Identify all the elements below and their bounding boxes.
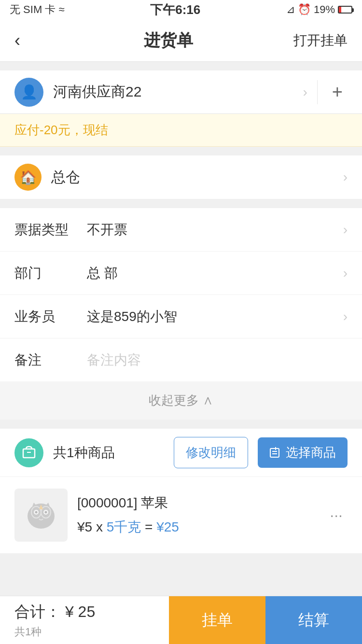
product-thumbnail [14, 489, 68, 542]
sales-person-row[interactable]: 业务员 这是859的小智 › [0, 294, 362, 338]
chevron-right-icon: › [343, 169, 348, 185]
cart-icon [21, 445, 37, 461]
product-section: 共1种商品 修改明细 选择商品 [0, 428, 362, 553]
battery-level: 19% [314, 3, 335, 16]
product-count: 共1种商品 [53, 444, 164, 462]
product-code: [0000001] [77, 495, 138, 510]
ticket-type-row[interactable]: 票据类型 不开票 › [0, 208, 362, 251]
modify-detail-button[interactable]: 修改明细 [174, 437, 248, 468]
location-icon: ⊿ [286, 3, 295, 16]
avatar-icon: 👤 [21, 84, 38, 100]
product-icon [14, 438, 43, 467]
warehouse-name: 总仓 [51, 168, 343, 187]
unit-price: ¥5 [77, 519, 92, 534]
status-bar: 无 SIM 卡 ≈ 下午6:16 ⊿ ⏰ 19% [0, 0, 362, 19]
product-name: [0000001] 苹果 [77, 494, 315, 512]
svg-rect-0 [23, 449, 35, 458]
collapse-button[interactable]: 收起更多 ∧ [0, 381, 362, 420]
remark-row[interactable]: 备注 备注内容 [0, 338, 362, 381]
department-row[interactable]: 部门 总 部 › [0, 251, 362, 294]
svg-rect-2 [270, 448, 279, 457]
sales-person-label: 业务员 [14, 308, 82, 326]
chevron-right-icon: › [343, 266, 348, 281]
checkout-button[interactable]: 结算 [265, 596, 362, 644]
quantity: 5千克 [107, 519, 141, 534]
warehouse-section: 🏠 总仓 › [0, 155, 362, 199]
status-time: 下午6:16 [150, 1, 200, 18]
supplier-section: 👤 河南供应商22 › + 应付-20元，现结 [0, 70, 362, 147]
supplier-avatar: 👤 [14, 78, 43, 107]
sales-person-value: 这是859的小智 [82, 308, 343, 326]
total-count: 共1种 [14, 625, 154, 639]
svg-point-10 [35, 511, 38, 514]
total-amount: 合计： ¥ 25 [14, 602, 154, 623]
back-button[interactable]: ‹ [14, 30, 43, 51]
status-left: 无 SIM 卡 ≈ [10, 2, 65, 17]
page-title: 进货单 [144, 29, 193, 52]
remark-placeholder: 备注内容 [82, 351, 348, 369]
product-owl-logo [22, 496, 60, 534]
bottom-bar: 合计： ¥ 25 共1种 挂单 结算 [0, 596, 362, 644]
sim-status: 无 SIM 卡 ≈ [10, 2, 65, 17]
total-value: ¥ 25 [65, 603, 95, 620]
divider-1 [0, 62, 362, 70]
supplier-row[interactable]: 👤 河南供应商22 › + [0, 70, 362, 114]
warehouse-icon: 🏠 [14, 164, 42, 191]
notice-bar: 应付-20元，现结 [0, 114, 362, 147]
add-supplier-button[interactable]: + [327, 82, 348, 102]
divider-3 [0, 199, 362, 208]
chevron-right-icon: › [303, 84, 307, 100]
form-section: 票据类型 不开票 › 部门 总 部 › 业务员 这是859的小智 › 备注 备注… [0, 208, 362, 381]
divider-4 [0, 420, 362, 428]
battery-icon [338, 6, 352, 14]
total-section: 合计： ¥ 25 共1种 [0, 596, 169, 644]
nav-bar: ‹ 进货单 打开挂单 [0, 19, 362, 62]
select-product-label: 选择商品 [286, 444, 336, 461]
ticket-type-value: 不开票 [82, 221, 343, 239]
divider-2 [0, 147, 362, 155]
select-icon [269, 447, 282, 459]
product-header: 共1种商品 修改明细 选择商品 [0, 428, 362, 476]
product-info: [0000001] 苹果 ¥5 x 5千克 = ¥25 [77, 494, 315, 536]
remark-label: 备注 [14, 351, 82, 369]
open-hang-button[interactable]: 打开挂单 [293, 31, 348, 50]
alarm-icon: ⏰ [298, 3, 311, 16]
department-value: 总 部 [82, 264, 343, 282]
chevron-right-icon: › [343, 309, 348, 324]
chevron-right-icon: › [343, 222, 348, 238]
multiply-sign: x [96, 519, 107, 534]
select-product-button[interactable]: 选择商品 [258, 437, 348, 468]
svg-point-11 [45, 511, 47, 514]
product-item: [0000001] 苹果 ¥5 x 5千克 = ¥25 ··· [0, 476, 362, 553]
department-label: 部门 [14, 264, 82, 282]
product-price: ¥5 x 5千克 = ¥25 [77, 518, 315, 536]
hang-button[interactable]: 挂单 [169, 596, 265, 644]
supplier-name: 河南供应商22 [53, 82, 303, 102]
status-right: ⊿ ⏰ 19% [286, 3, 352, 16]
supplier-divider [317, 80, 318, 104]
bottom-spacer [0, 553, 362, 602]
total-price: ¥25 [156, 519, 179, 534]
product-more-button[interactable]: ··· [325, 502, 348, 529]
warehouse-row[interactable]: 🏠 总仓 › [0, 155, 362, 199]
equals-sign: = [145, 519, 156, 534]
ticket-type-label: 票据类型 [14, 221, 82, 239]
product-title: 苹果 [141, 495, 168, 510]
total-label: 合计： [14, 603, 61, 620]
home-icon: 🏠 [20, 169, 37, 185]
